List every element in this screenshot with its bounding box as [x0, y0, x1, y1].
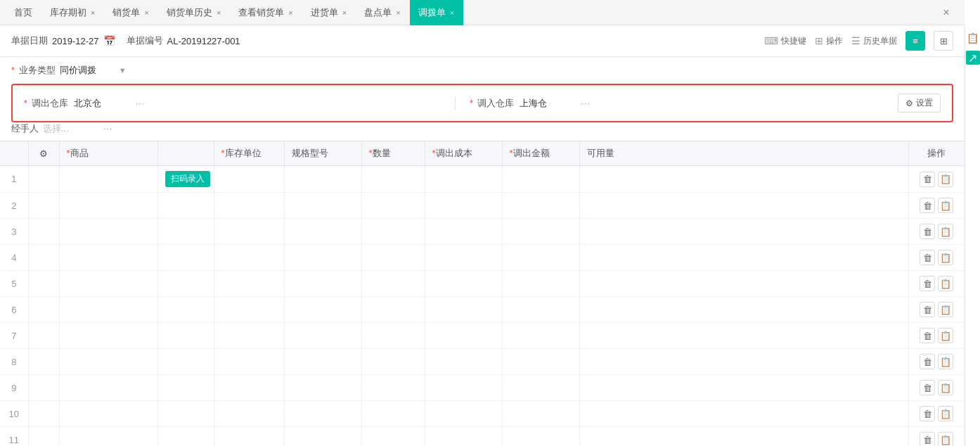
row-number: 3 [0, 219, 28, 245]
shortcut-btn[interactable]: ⌨ 快捷键 [764, 35, 806, 47]
dropdown-arrow-icon: ▼ [119, 66, 127, 75]
scan-barcode-btn[interactable]: 扫码录入 [165, 171, 210, 187]
sidebar-link-icon[interactable]: ↗ [966, 51, 980, 65]
handler-more-btn[interactable]: ··· [103, 124, 112, 134]
table-wrapper: ⚙ *商品 *库存单位 规格型号 *数量 *调出成本 [0, 141, 965, 446]
col-cost-header: *调出成本 [425, 141, 502, 166]
tab-sales-history[interactable]: 销货单历史 × [158, 0, 230, 25]
sidebar-notes-icon[interactable]: 📋 [966, 31, 980, 45]
row-copy-icon[interactable]: 📋 [938, 432, 953, 446]
row-copy-icon[interactable]: 📋 [938, 406, 953, 421]
tab-sales-order[interactable]: 销货单 × [104, 0, 157, 25]
table-header-row: ⚙ *商品 *库存单位 规格型号 *数量 *调出成本 [0, 141, 965, 166]
row-delete-icon[interactable]: 🗑 [920, 198, 935, 213]
row-delete-icon[interactable]: 🗑 [920, 406, 935, 421]
tab-close-inventory-init[interactable]: × [91, 8, 95, 17]
operation-icon: ⊞ [815, 35, 823, 46]
table-row: 2 🗑 📋 [0, 193, 965, 219]
col-avail-header: 可用量 [579, 141, 908, 166]
history-btn[interactable]: ☰ 历史单据 [851, 35, 897, 47]
business-type-dropdown[interactable]: 同价调拨 ▼ [60, 64, 127, 77]
right-sidebar: 📋 ↗ [965, 25, 980, 446]
warehouse-separator [455, 96, 456, 110]
subtotal-rownum: 11 [0, 427, 28, 447]
row-delete-icon[interactable]: 🗑 [920, 224, 935, 239]
warehouse-section: * 调出仓库 北京仓 ··· * 调入仓库 上海仓 ··· ⚙ 设置 [11, 84, 953, 122]
table-row: 6 🗑 📋 [0, 297, 965, 323]
table-row: 10 🗑 📋 [0, 401, 965, 427]
row-number: 1 [0, 166, 28, 193]
tab-inventory-check[interactable]: 盘点单 × [356, 0, 409, 25]
handler-select[interactable]: 选择... [43, 122, 99, 135]
row-delete-icon[interactable]: 🗑 [920, 302, 935, 317]
row-copy-icon[interactable]: 📋 [938, 302, 953, 317]
warehouse-out-value: 北京仓 [74, 97, 130, 110]
col-op-header: 操作 [908, 141, 965, 166]
col-qty-header: *数量 [361, 141, 425, 166]
table-row: 1 扫码录入 🗑 📋 [0, 166, 965, 193]
tab-close-purchase-order[interactable]: × [342, 8, 347, 17]
row-delete-icon[interactable]: 🗑 [920, 432, 935, 446]
col-unit-header: *库存单位 [214, 141, 284, 166]
toolbar-right: ⌨ 快捷键 ⊞ 操作 ☰ 历史单据 ≡ ⊞ [764, 31, 953, 51]
tab-inventory-init[interactable]: 库存期初 × [41, 0, 104, 25]
history-icon: ☰ [851, 35, 860, 46]
window-close-button[interactable]: × [934, 0, 959, 25]
table-row: 3 🗑 📋 [0, 219, 965, 245]
settings-button[interactable]: ⚙ 设置 [898, 94, 941, 113]
row-copy-icon[interactable]: 📋 [938, 328, 953, 343]
layout-btn-1[interactable]: ≡ [905, 31, 925, 51]
table-row: 11 🗑 📋 [0, 427, 965, 447]
row-number: 5 [0, 271, 28, 297]
row-number: 8 [0, 349, 28, 375]
row-delete-icon[interactable]: 🗑 [920, 380, 935, 395]
tab-close-view-sales[interactable]: × [288, 8, 292, 17]
row-copy-icon[interactable]: 📋 [938, 380, 953, 395]
operation-btn[interactable]: ⊞ 操作 [815, 35, 843, 47]
tab-close-sales-history[interactable]: × [217, 8, 221, 17]
row-number: 10 [0, 401, 28, 427]
col-spec-header: 规格型号 [284, 141, 361, 166]
layout-btn-2[interactable]: ⊞ [934, 31, 953, 51]
row-delete-icon[interactable]: 🗑 [920, 328, 935, 343]
row-number: 2 [0, 193, 28, 219]
layout1-icon: ≡ [913, 36, 918, 46]
tab-close-inventory-check[interactable]: × [396, 8, 400, 17]
tab-purchase-order[interactable]: 进货单 × [302, 0, 356, 25]
warehouse-out-field: * 调出仓库 北京仓 ··· [24, 97, 441, 110]
row-delete-icon[interactable]: 🗑 [920, 354, 935, 369]
row-copy-icon[interactable]: 📋 [938, 224, 953, 239]
col-scan-header [157, 141, 214, 166]
table-row: 5 🗑 📋 [0, 271, 965, 297]
transfer-table: ⚙ *商品 *库存单位 规格型号 *数量 *调出成本 [0, 141, 965, 446]
warehouse-out-more-btn[interactable]: ··· [136, 98, 145, 108]
form-area: * 业务类型 同价调拨 ▼ [0, 57, 965, 84]
table-row: 9 🗑 📋 [0, 375, 965, 401]
date-value: 2019-12-27 [52, 36, 99, 46]
row-delete-icon[interactable]: 🗑 [920, 250, 935, 265]
row-number: 4 [0, 245, 28, 271]
subtotal-label [59, 427, 157, 447]
warehouse-in-more-btn[interactable]: ··· [581, 98, 591, 108]
tab-bar: 首页 库存期初 × 销货单 × 销货单历史 × 查看销货单 × 进货单 × 盘点… [0, 0, 965, 25]
warehouse-in-field: * 调入仓库 上海仓 ··· [470, 97, 886, 110]
tab-home[interactable]: 首页 [6, 0, 41, 25]
tab-close-transfer-order[interactable]: × [450, 8, 454, 17]
business-type-field: * 业务类型 同价调拨 ▼ [11, 64, 127, 77]
col-settings-header[interactable]: ⚙ [28, 141, 59, 166]
row-copy-icon[interactable]: 📋 [938, 276, 953, 291]
tab-transfer-order[interactable]: 调拨单 × [410, 0, 463, 25]
tab-close-sales-order[interactable]: × [144, 8, 148, 17]
doc-no-value: AL-20191227-001 [167, 36, 240, 46]
row-copy-icon[interactable]: 📋 [938, 172, 953, 187]
tab-view-sales[interactable]: 查看销货单 × [230, 0, 302, 25]
col-rownum [0, 141, 28, 166]
row-copy-icon[interactable]: 📋 [938, 354, 953, 369]
row-copy-icon[interactable]: 📋 [938, 250, 953, 265]
table-row: 4 🗑 📋 [0, 245, 965, 271]
calendar-icon[interactable]: 📅 [103, 35, 115, 46]
row-delete-icon[interactable]: 🗑 [920, 276, 935, 291]
row-copy-icon[interactable]: 📋 [938, 198, 953, 213]
table-row: 7 🗑 📋 [0, 323, 965, 349]
row-delete-icon[interactable]: 🗑 [920, 172, 935, 187]
